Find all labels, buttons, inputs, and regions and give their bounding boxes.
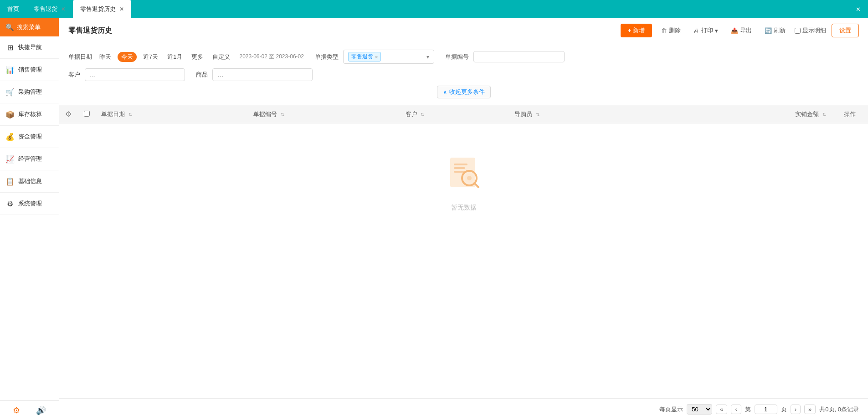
- first-page-button[interactable]: «: [716, 405, 727, 414]
- sidebar-item-system-mgmt[interactable]: ⚙ 系统管理: [0, 193, 59, 215]
- content-area: 零售退货历史 + 新增 🗑 删除 🖨 打印 ▾ 📤 导出 🔄: [59, 18, 868, 420]
- setting-button[interactable]: 设置: [832, 24, 859, 37]
- date-opt-yesterday[interactable]: 昨天: [97, 52, 114, 62]
- collapse-row: ∧ 收起更多条件: [68, 86, 859, 98]
- amount-sort-icon[interactable]: ⇅: [822, 112, 826, 117]
- date-opt-more[interactable]: 更多: [189, 52, 206, 62]
- search-menu[interactable]: 🔍 搜索菜单: [0, 18, 59, 36]
- sidebar-item-label: 经营管理: [18, 155, 42, 163]
- type-tag-close[interactable]: ×: [375, 54, 378, 60]
- page-label: 第: [745, 405, 751, 414]
- sales-icon: 📊: [5, 65, 15, 74]
- sidebar-item-label: 基础信息: [18, 177, 42, 185]
- th-amount: 实销金额 ⇅: [679, 105, 832, 123]
- page-number-input[interactable]: [755, 405, 777, 414]
- last-page-button[interactable]: »: [804, 405, 816, 414]
- page-header: 零售退货历史 + 新增 🗑 删除 🖨 打印 ▾ 📤 导出 🔄: [59, 18, 868, 43]
- delete-icon: 🗑: [661, 27, 667, 34]
- empty-state: 暂无数据: [59, 123, 868, 239]
- sidebar: 🔍 搜索菜单 ⊞ 快捷导航 📊 销售管理 🛒 采购管理 📦 库存核算 💰: [0, 18, 59, 420]
- tab-retail-return-close[interactable]: ✕: [61, 6, 66, 12]
- delete-button[interactable]: 🗑 删除: [657, 25, 684, 36]
- finance-icon: 💰: [5, 132, 15, 141]
- date-range-display: 2023-06-02 至 2023-06-02: [239, 53, 303, 61]
- print-icon: 🖨: [693, 27, 699, 34]
- data-table: ⚙ 单据日期 ⇅ 单据编号 ⇅: [59, 105, 868, 123]
- goods-filter-label: 商品: [196, 71, 208, 79]
- th-number: 单据编号 ⇅: [248, 105, 400, 123]
- add-button[interactable]: + 新增: [621, 24, 652, 37]
- display-detail-checkbox[interactable]: [795, 28, 801, 34]
- system-icon: ⚙: [5, 199, 15, 208]
- sidebar-item-label: 销售管理: [18, 66, 42, 74]
- operations-icon: 📈: [5, 154, 15, 164]
- header-actions: + 新增 🗑 删除 🖨 打印 ▾ 📤 导出 🔄 刷新: [621, 24, 859, 37]
- voucher-no-input[interactable]: [473, 51, 565, 62]
- voucher-filter-group: 单据编号: [445, 51, 565, 62]
- date-filter-label: 单据日期: [68, 53, 92, 61]
- pagination: 每页显示 10 20 50 100 « ‹ 第 页 › » 共0页, 0条记录: [59, 398, 868, 420]
- sidebar-item-operations[interactable]: 📈 经营管理: [0, 148, 59, 170]
- table-wrapper: ⚙ 单据日期 ⇅ 单据编号 ⇅: [59, 105, 868, 398]
- sidebar-item-label: 采购管理: [18, 88, 42, 96]
- sidebar-item-finance[interactable]: 💰 资金管理: [0, 126, 59, 148]
- date-sort-icon[interactable]: ⇅: [128, 112, 132, 117]
- type-select[interactable]: 零售退货 × ▾: [343, 50, 434, 64]
- export-icon: 📤: [731, 27, 738, 34]
- inventory-icon: 📦: [5, 110, 15, 119]
- customer-ellipsis: ...: [90, 71, 96, 79]
- export-button[interactable]: 📤 导出: [727, 25, 755, 36]
- guide-sort-icon[interactable]: ⇅: [536, 112, 539, 117]
- sidebar-item-label: 快捷导航: [18, 43, 42, 51]
- per-page-select[interactable]: 10 20 50 100: [687, 404, 712, 415]
- total-info: 共0页, 0条记录: [819, 405, 859, 414]
- search-menu-label: 搜索菜单: [17, 23, 41, 31]
- sidebar-item-quick-nav[interactable]: ⊞ 快捷导航: [0, 36, 59, 59]
- date-opt-today[interactable]: 今天: [118, 52, 137, 62]
- svg-rect-1: [454, 164, 467, 165]
- type-tag-label: 零售退货: [351, 53, 373, 61]
- next-page-button[interactable]: ›: [791, 405, 801, 414]
- type-filter-label: 单据类型: [315, 53, 339, 61]
- number-sort-icon[interactable]: ⇅: [281, 112, 284, 117]
- th-customer: 客户 ⇅: [400, 105, 509, 123]
- display-detail-toggle[interactable]: 显示明细: [795, 26, 826, 35]
- sidebar-bottom: ⚙ 🔊: [0, 400, 59, 420]
- goods-select[interactable]: ...: [212, 68, 313, 81]
- collapse-button[interactable]: ∧ 收起更多条件: [437, 86, 491, 98]
- sidebar-nav: ⊞ 快捷导航 📊 销售管理 🛒 采购管理 📦 库存核算 💰 资金管理 📈: [0, 36, 59, 400]
- window-close-button[interactable]: ✕: [856, 6, 868, 13]
- purchase-icon: 🛒: [5, 87, 15, 97]
- filter-section: 单据日期 昨天 今天 近7天 近1月 更多 自定义 2023-06-02 至 2…: [59, 43, 868, 105]
- tab-retail-return-history[interactable]: 零售退货历史 ✕: [73, 0, 131, 18]
- select-all-checkbox[interactable]: [84, 111, 90, 117]
- sidebar-item-purchase-mgmt[interactable]: 🛒 采购管理: [0, 81, 59, 103]
- svg-rect-2: [454, 167, 465, 169]
- date-opt-7days[interactable]: 近7天: [140, 52, 161, 62]
- th-guide: 导购员 ⇅: [509, 105, 640, 123]
- sidebar-item-inventory[interactable]: 📦 库存核算: [0, 103, 59, 126]
- print-button[interactable]: 🖨 打印 ▾: [690, 25, 722, 36]
- goods-filter-group: 商品 ...: [196, 68, 313, 81]
- collapse-label: 收起更多条件: [449, 88, 485, 96]
- tab-retail-return-history-close[interactable]: ✕: [119, 6, 124, 12]
- date-options: 昨天 今天 近7天 近1月 更多 自定义: [97, 52, 233, 62]
- quick-nav-icon: ⊞: [5, 43, 15, 52]
- tab-retail-return[interactable]: 零售退货 ✕: [26, 0, 73, 18]
- date-opt-custom[interactable]: 自定义: [210, 52, 233, 62]
- th-checkbox: [77, 105, 96, 123]
- tab-home[interactable]: 首页: [0, 0, 26, 18]
- sidebar-item-basic-info[interactable]: 📋 基础信息: [0, 170, 59, 193]
- type-tag: 零售退货 ×: [348, 52, 381, 61]
- prev-page-button[interactable]: ‹: [731, 405, 741, 414]
- settings-bottom-icon[interactable]: ⚙: [13, 405, 20, 415]
- th-date: 单据日期 ⇅: [96, 105, 248, 123]
- speaker-bottom-icon[interactable]: 🔊: [36, 405, 46, 415]
- refresh-button[interactable]: 🔄 刷新: [761, 25, 789, 36]
- date-opt-1month[interactable]: 近1月: [164, 52, 185, 62]
- sidebar-item-sales-mgmt[interactable]: 📊 销售管理: [0, 59, 59, 81]
- customer-select[interactable]: ...: [85, 68, 185, 81]
- customer-sort-icon[interactable]: ⇅: [421, 112, 424, 117]
- column-settings-icon[interactable]: ⚙: [65, 110, 72, 118]
- svg-point-7: [467, 176, 472, 180]
